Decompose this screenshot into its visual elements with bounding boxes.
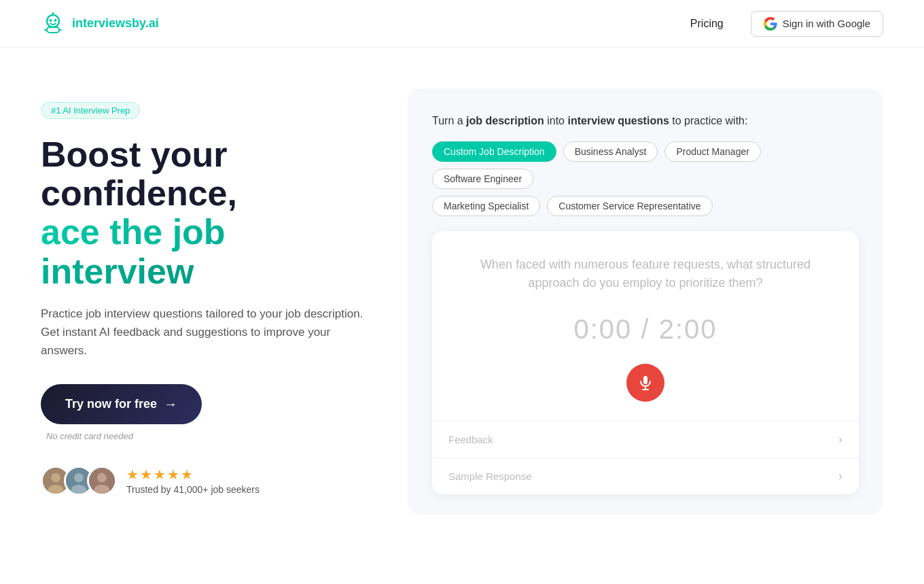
sample-chevron: › — [838, 469, 842, 483]
demo-section: Turn a job description into interview qu… — [408, 88, 883, 515]
svg-point-4 — [52, 12, 54, 14]
hero-section: #1 AI Interview Prep Boost your confiden… — [41, 88, 367, 496]
feedback-row[interactable]: Feedback › — [432, 421, 859, 458]
intro-end: to practice with: — [672, 115, 747, 126]
tag-business-analyst[interactable]: Business Analyst — [563, 141, 658, 162]
trust-text: Trusted by 41,000+ job seekers — [126, 484, 260, 495]
question-area: When faced with numerous feature request… — [432, 231, 859, 421]
svg-point-2 — [54, 19, 57, 22]
avatars — [41, 466, 117, 496]
svg-point-13 — [71, 485, 86, 496]
hero-title-line1: Boost your — [41, 135, 227, 174]
avatar-3 — [87, 466, 117, 496]
svg-point-1 — [50, 19, 52, 22]
question-text: When faced with numerous feature request… — [457, 256, 834, 292]
logo-icon — [41, 12, 65, 36]
cta-label: Try now for free — [65, 397, 157, 411]
feedback-label: Feedback — [448, 434, 493, 445]
logo-link[interactable]: interviewsby.ai — [41, 12, 159, 36]
sign-in-button[interactable]: Sign in with Google — [751, 11, 883, 37]
sample-label: Sample Response — [448, 470, 532, 482]
main-content: #1 AI Interview Prep Boost your confiden… — [0, 48, 924, 515]
svg-point-0 — [47, 15, 59, 27]
microphone-icon — [637, 375, 654, 391]
svg-point-9 — [51, 473, 60, 483]
intro-bold1: job description — [466, 115, 544, 126]
nav-right: Pricing Sign in with Google — [690, 11, 883, 37]
intro-text: Turn a — [432, 115, 466, 126]
arrow-icon: → — [164, 396, 177, 412]
svg-point-16 — [94, 485, 109, 496]
social-proof: ★★★★★ Trusted by 41,000+ job seekers — [41, 466, 367, 496]
demo-card: When faced with numerous feature request… — [432, 231, 859, 494]
tag-customer-service[interactable]: Customer Service Representative — [547, 196, 712, 216]
tag-marketing-specialist[interactable]: Marketing Specialist — [432, 196, 540, 216]
no-credit-card-label: No credit card needed — [46, 431, 367, 441]
stars-text: ★★★★★ Trusted by 41,000+ job seekers — [126, 466, 260, 495]
sample-response-row[interactable]: Sample Response › — [432, 458, 859, 494]
hero-title-line3: ace the job interview — [41, 212, 226, 290]
tags-row-2: Marketing Specialist Customer Service Re… — [432, 196, 859, 216]
tag-product-manager[interactable]: Product Manager — [664, 141, 760, 162]
hero-subtitle: Practice job interview questions tailore… — [41, 305, 367, 360]
sign-in-label: Sign in with Google — [783, 18, 870, 29]
timer-display: 0:00 / 2:00 — [457, 314, 834, 345]
hero-title: Boost your confidence, ace the job inter… — [41, 135, 367, 291]
navbar: interviewsby.ai Pricing Sign in with Goo… — [0, 0, 924, 48]
intro-mid: into — [547, 115, 567, 126]
tag-software-engineer[interactable]: Software Engineer — [432, 169, 533, 189]
demo-header: Turn a job description into interview qu… — [432, 113, 859, 129]
hero-title-line2: confidence, — [41, 173, 237, 213]
svg-point-12 — [74, 473, 84, 483]
svg-point-15 — [97, 473, 107, 483]
tags-row-1: Custom Job Description Business Analyst … — [432, 141, 859, 189]
svg-rect-17 — [643, 376, 647, 384]
try-now-button[interactable]: Try now for free → — [41, 384, 202, 424]
tag-custom-job[interactable]: Custom Job Description — [432, 141, 556, 162]
mic-button[interactable] — [626, 364, 664, 402]
badge: #1 AI Interview Prep — [41, 102, 140, 119]
pricing-link[interactable]: Pricing — [690, 18, 724, 30]
logo-text: interviewsby.ai — [72, 16, 159, 31]
feedback-chevron: › — [838, 432, 842, 447]
google-icon — [764, 17, 777, 31]
intro-bold2: interview questions — [567, 115, 669, 126]
stars: ★★★★★ — [126, 466, 260, 483]
svg-point-10 — [48, 485, 63, 496]
